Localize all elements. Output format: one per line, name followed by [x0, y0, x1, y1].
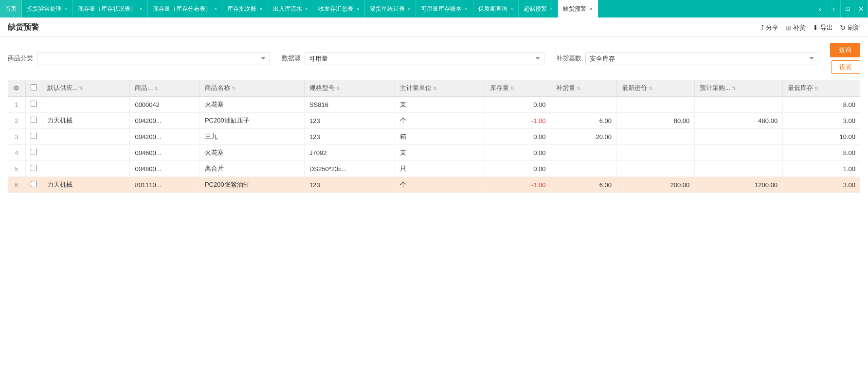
row-select-6[interactable]: [31, 181, 37, 187]
row-num-5: 5: [8, 161, 25, 177]
tab-batch-account[interactable]: 库存批次账 ×: [222, 0, 268, 18]
cell-spec-1: SS816: [304, 97, 395, 113]
close-tab-inventory-dist[interactable]: ×: [214, 6, 217, 12]
tab-inventory-status[interactable]: 现存量（库存状况表） ×: [73, 0, 147, 18]
cell-replenish-1: [551, 97, 616, 113]
row-checkbox-4[interactable]: [25, 145, 42, 161]
cell-product-name-1: 火花塞: [199, 97, 304, 113]
close-tab-overstock[interactable]: ×: [550, 6, 553, 12]
cell-unit-3: 箱: [395, 129, 485, 145]
col-supplier[interactable]: 默认供应... ⇅: [42, 80, 130, 97]
row-select-1[interactable]: [31, 101, 37, 107]
main-content: 缺货预警 ⤴ 分享 ⊞ 补货 ⬇ 导出 ↻ 刷新 商品分类: [0, 18, 868, 387]
col-latest-price[interactable]: 最新进价 ⇅: [616, 80, 694, 97]
tab-expiry-query[interactable]: 保质期查询 ×: [473, 0, 519, 18]
close-tab-avail-account[interactable]: ×: [465, 6, 468, 12]
filter-actions: 查询 设置: [830, 43, 860, 74]
row-checkbox-3[interactable]: [25, 129, 42, 145]
nav-tabs: 首页 拣货异常处理 × 现存量（库存状况表） × 现存量（库存分布表） × 库存…: [0, 0, 868, 18]
cell-latest-price-4: [616, 145, 694, 161]
tab-home[interactable]: 首页: [0, 0, 22, 18]
category-select[interactable]: [37, 52, 270, 65]
cell-min-stock-2: 3.00: [783, 113, 860, 129]
datasource-label: 数据源: [282, 54, 301, 63]
table-row: 1 0000042 火花塞 SS816 支 0.00 8.00: [8, 97, 860, 113]
close-tab-recv-summary[interactable]: ×: [356, 6, 359, 12]
tab-exception[interactable]: 拣货异常处理 ×: [22, 0, 73, 18]
row-select-2[interactable]: [31, 117, 37, 123]
cell-product-code-3: 004200...: [130, 129, 199, 145]
column-settings-icon[interactable]: ⚙: [13, 84, 19, 92]
close-tab-shortage[interactable]: ×: [589, 6, 592, 12]
cell-stock-2: -1.00: [485, 113, 551, 129]
cell-min-stock-1: 8.00: [783, 97, 860, 113]
row-select-3[interactable]: [31, 133, 37, 139]
row-select-4[interactable]: [31, 149, 37, 155]
col-replenish[interactable]: 补货量 ⇅: [551, 80, 616, 97]
row-select-5[interactable]: [31, 165, 37, 171]
nav-next-button[interactable]: ›: [827, 0, 841, 18]
cell-min-stock-5: 1.00: [783, 161, 860, 177]
refresh-button[interactable]: ↻ 刷新: [840, 23, 860, 32]
replenish-icon: ⊞: [785, 24, 791, 32]
category-label: 商品分类: [8, 54, 33, 63]
filter-bar: 商品分类 数据源 可用量 补货基数 安全库存 查询 设置: [0, 37, 868, 80]
cell-replenish-2: 6.00: [551, 113, 616, 129]
datasource-select[interactable]: 可用量: [305, 52, 544, 65]
tab-avail-account[interactable]: 可用量库存账本 ×: [416, 0, 473, 18]
share-icon: ⤴: [760, 24, 764, 32]
close-tab-inventory-status[interactable]: ×: [139, 6, 142, 12]
tab-recv-summary[interactable]: 收发存汇总表 ×: [313, 0, 364, 18]
cell-spec-4: J7092: [304, 145, 395, 161]
col-product-name[interactable]: 商品名称 ⇅: [199, 80, 304, 97]
col-product-code[interactable]: 商品... ⇅: [130, 80, 199, 97]
settings-button[interactable]: 设置: [831, 60, 860, 74]
tab-shortage[interactable]: 缺货预警 ×: [558, 0, 597, 18]
close-tab-inout-flow[interactable]: ×: [305, 6, 308, 12]
tab-order-stats[interactable]: 要货单统计表 ×: [365, 0, 416, 18]
col-min-stock[interactable]: 最低库存 ⇅: [783, 80, 860, 97]
row-checkbox-1[interactable]: [25, 97, 42, 113]
replenish-base-select[interactable]: 安全库存: [585, 52, 818, 65]
cell-product-name-6: PC200张紧油缸: [199, 177, 304, 193]
cell-unit-6: 个: [395, 177, 485, 193]
tab-overstock[interactable]: 超储预警 ×: [519, 0, 558, 18]
nav-arrows: ‹ › ⊡ ✕: [814, 0, 868, 18]
cell-product-code-5: 004800...: [130, 161, 199, 177]
col-stock[interactable]: 库存量 ⇅: [485, 80, 551, 97]
cell-unit-2: 个: [395, 113, 485, 129]
col-unit[interactable]: 主计量单位 ⇅: [395, 80, 485, 97]
row-checkbox-5[interactable]: [25, 161, 42, 177]
cell-unit-5: 只: [395, 161, 485, 177]
cell-product-code-4: 004600...: [130, 145, 199, 161]
col-est-purchase[interactable]: 预计采购... ⇅: [695, 80, 783, 97]
table-row: 2 力天机械 004200... PC200油缸压子 123 个 -1.00 6…: [8, 113, 860, 129]
sort-replenish-icon: ⇅: [577, 86, 580, 91]
tab-inout-flow[interactable]: 出入库流水 ×: [268, 0, 313, 18]
close-tab-exception[interactable]: ×: [65, 6, 68, 12]
nav-restore-button[interactable]: ⊡: [841, 0, 854, 18]
cell-product-name-3: 三九: [199, 129, 304, 145]
share-button[interactable]: ⤴ 分享: [760, 23, 778, 32]
row-checkbox-6[interactable]: [25, 177, 42, 193]
cell-stock-5: 0.00: [485, 161, 551, 177]
close-tab-batch-account[interactable]: ×: [259, 6, 262, 12]
close-tab-order-stats[interactable]: ×: [408, 6, 411, 12]
query-button[interactable]: 查询: [830, 43, 860, 57]
cell-supplier-5: [42, 161, 130, 177]
select-all-checkbox[interactable]: [31, 84, 37, 90]
cell-unit-4: 支: [395, 145, 485, 161]
nav-close-button[interactable]: ✕: [854, 0, 868, 18]
cell-supplier-1: [42, 97, 130, 113]
sort-spec-icon: ⇅: [336, 86, 340, 91]
col-spec[interactable]: 规格型号 ⇅: [304, 80, 395, 97]
cell-product-name-4: 火花塞: [199, 145, 304, 161]
export-button[interactable]: ⬇ 导出: [813, 23, 833, 32]
close-tab-expiry-query[interactable]: ×: [510, 6, 513, 12]
refresh-icon: ↻: [840, 24, 846, 32]
replenish-button[interactable]: ⊞ 补货: [785, 23, 806, 32]
nav-prev-button[interactable]: ‹: [814, 0, 827, 18]
cell-supplier-2: 力天机械: [42, 113, 130, 129]
row-checkbox-2[interactable]: [25, 113, 42, 129]
tab-inventory-dist[interactable]: 现存量（库存分布表） ×: [148, 0, 222, 18]
